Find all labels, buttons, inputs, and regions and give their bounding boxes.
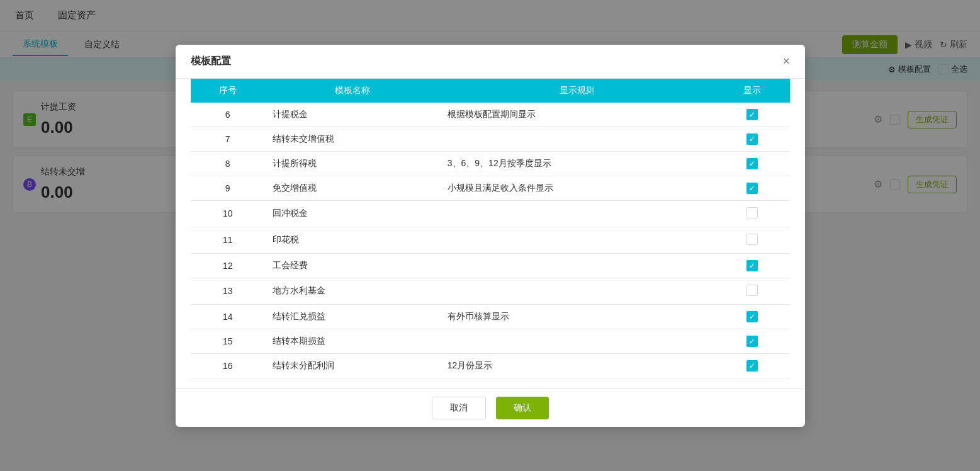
table-body: 6计提税金根据模板配置期间显示7结转未交增值税8计提所得税3、6、9、12月按季… — [191, 103, 790, 378]
cell-rule-3: 小规模且满足收入条件显示 — [440, 176, 715, 200]
cell-name-2: 计提所得税 — [265, 151, 440, 176]
cell-seq-5: 11 — [191, 227, 265, 253]
checkbox-row-10[interactable] — [746, 360, 758, 372]
table-row: 13地方水利基金 — [191, 278, 790, 304]
cell-rule-4 — [440, 200, 715, 227]
col-seq: 序号 — [191, 79, 265, 103]
table-row: 14结转汇兑损益有外币核算显示 — [191, 304, 790, 329]
cell-rule-8: 有外币核算显示 — [440, 304, 715, 329]
cell-name-9: 结转本期损益 — [265, 329, 440, 353]
cell-rule-2: 3、6、9、12月按季度显示 — [440, 151, 715, 176]
cell-check-5 — [715, 227, 789, 253]
cell-seq-3: 9 — [191, 176, 265, 200]
cell-name-6: 工会经费 — [265, 253, 440, 278]
cell-check-7 — [715, 278, 789, 304]
checkbox-row-5[interactable] — [746, 234, 758, 245]
modal-header: 模板配置 × — [176, 45, 805, 79]
cell-rule-6 — [440, 253, 715, 278]
cell-rule-5 — [440, 227, 715, 253]
checkbox-row-8[interactable] — [746, 311, 758, 322]
confirm-button[interactable]: 确认 — [496, 397, 549, 419]
cell-name-4: 回冲税金 — [265, 200, 440, 227]
checkbox-row-0[interactable] — [746, 109, 758, 120]
cell-name-7: 地方水利基金 — [265, 278, 440, 304]
checkbox-row-1[interactable] — [746, 133, 758, 145]
cell-name-10: 结转未分配利润 — [265, 353, 440, 378]
cell-name-3: 免交增值税 — [265, 176, 440, 200]
table-row: 9免交增值税小规模且满足收入条件显示 — [191, 176, 790, 200]
table-row: 16结转未分配利润12月份显示 — [191, 353, 790, 378]
table-row: 15结转本期损益 — [191, 329, 790, 353]
cell-check-3 — [715, 176, 789, 200]
checkbox-row-4[interactable] — [746, 207, 758, 218]
modal-footer: 取消 确认 — [176, 389, 805, 427]
col-show: 显示 — [715, 79, 789, 103]
cell-check-6 — [715, 253, 789, 278]
cell-rule-1 — [440, 127, 715, 151]
cell-rule-9 — [440, 329, 715, 353]
table-row: 6计提税金根据模板配置期间显示 — [191, 103, 790, 127]
cancel-button[interactable]: 取消 — [432, 397, 486, 419]
cell-check-0 — [715, 103, 789, 127]
checkbox-row-7[interactable] — [746, 285, 758, 296]
cell-check-8 — [715, 304, 789, 329]
modal-body[interactable]: 序号 模板名称 显示规则 显示 6计提税金根据模板配置期间显示7结转未交增值税8… — [176, 79, 805, 389]
cell-seq-10: 16 — [191, 353, 265, 378]
cell-check-9 — [715, 329, 789, 353]
cell-check-10 — [715, 353, 789, 378]
checkbox-row-2[interactable] — [746, 158, 758, 169]
cell-seq-4: 10 — [191, 200, 265, 227]
cell-seq-2: 8 — [191, 151, 265, 176]
cell-seq-0: 6 — [191, 103, 265, 127]
cell-seq-9: 15 — [191, 329, 265, 353]
cell-rule-7 — [440, 278, 715, 304]
checkbox-row-9[interactable] — [746, 336, 758, 347]
table-row: 11印花税 — [191, 227, 790, 253]
cell-name-1: 结转未交增值税 — [265, 127, 440, 151]
cell-seq-7: 13 — [191, 278, 265, 304]
cell-seq-1: 7 — [191, 127, 265, 151]
cell-check-1 — [715, 127, 789, 151]
table-row: 7结转未交增值税 — [191, 127, 790, 151]
cell-name-5: 印花税 — [265, 227, 440, 253]
cell-rule-0: 根据模板配置期间显示 — [440, 103, 715, 127]
table-row: 10回冲税金 — [191, 200, 790, 227]
config-table: 序号 模板名称 显示规则 显示 6计提税金根据模板配置期间显示7结转未交增值税8… — [191, 79, 790, 378]
table-container: 序号 模板名称 显示规则 显示 6计提税金根据模板配置期间显示7结转未交增值税8… — [191, 79, 790, 378]
checkbox-row-6[interactable] — [746, 260, 758, 271]
modal-title: 模板配置 — [191, 55, 231, 68]
cell-name-8: 结转汇兑损益 — [265, 304, 440, 329]
modal-close-button[interactable]: × — [783, 55, 790, 67]
modal-overlay: 模板配置 × 序号 模板名称 显示规则 显示 6计提税金根据模板配置期间显 — [0, 0, 980, 471]
modal-template-config: 模板配置 × 序号 模板名称 显示规则 显示 6计提税金根据模板配置期间显 — [176, 45, 805, 427]
col-rule: 显示规则 — [440, 79, 715, 103]
col-name: 模板名称 — [265, 79, 440, 103]
cell-name-0: 计提税金 — [265, 103, 440, 127]
cell-seq-6: 12 — [191, 253, 265, 278]
cell-check-2 — [715, 151, 789, 176]
table-header-row: 序号 模板名称 显示规则 显示 — [191, 79, 790, 103]
cell-check-4 — [715, 200, 789, 227]
cell-rule-10: 12月份显示 — [440, 353, 715, 378]
checkbox-row-3[interactable] — [746, 183, 758, 194]
cell-seq-8: 14 — [191, 304, 265, 329]
table-row: 12工会经费 — [191, 253, 790, 278]
table-row: 8计提所得税3、6、9、12月按季度显示 — [191, 151, 790, 176]
